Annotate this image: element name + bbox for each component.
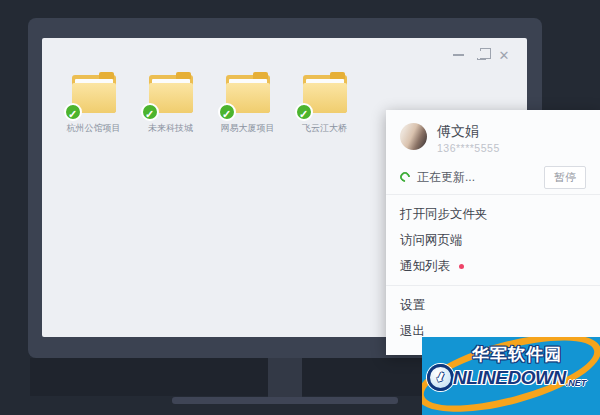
sync-check-icon: ✓ <box>218 103 236 121</box>
popup-menu-primary: 打开同步文件夹 访问网页端 通知列表 <box>386 195 600 285</box>
watermark-en-title: NLINEDOWN <box>453 367 566 389</box>
user-name: 傅文娟 <box>437 123 500 139</box>
menu-item-settings[interactable]: 设置 <box>386 292 600 318</box>
user-phone: 136****5555 <box>437 142 500 154</box>
folder-label: 未来科技城 <box>148 122 193 135</box>
sync-progress-icon <box>398 170 412 184</box>
profile-section: 傅文娟 136****5555 <box>386 110 600 160</box>
sync-check-icon: ✓ <box>141 103 159 121</box>
close-icon: ✕ <box>499 49 510 62</box>
folder-icon: ✓ <box>303 72 347 113</box>
minimize-button[interactable] <box>451 48 465 62</box>
folder-item[interactable]: ✓ 杭州公馆项目 <box>55 72 132 135</box>
sync-check-icon: ✓ <box>295 103 313 121</box>
folder-label: 飞云江大桥 <box>302 122 347 135</box>
minimize-icon <box>453 54 464 56</box>
watermark-chinese-title: 华军软件园 <box>472 343 562 366</box>
pause-button[interactable]: 暂停 <box>544 166 586 189</box>
user-popup-panel: 傅文娟 136****5555 正在更新... 暂停 打开同步文件夹 访问网页端… <box>386 110 600 355</box>
watermark-tld: .NET <box>566 378 587 388</box>
maximize-button[interactable] <box>474 48 488 62</box>
window-controls: ✕ <box>451 48 511 62</box>
menu-item-visit-web[interactable]: 访问网页端 <box>386 227 600 253</box>
sync-check-icon: ✓ <box>64 103 82 121</box>
menu-item-open-sync-folder[interactable]: 打开同步文件夹 <box>386 201 600 227</box>
notification-dot <box>459 264 464 269</box>
folder-label: 杭州公馆项目 <box>67 122 121 135</box>
folder-item[interactable]: ✓ 未来科技城 <box>132 72 209 135</box>
synced-folder-grid: ✓ 杭州公馆项目 ✓ 未来科技城 ✓ 网易大厦项目 <box>55 72 363 135</box>
folder-item[interactable]: ✓ 飞云江大桥 <box>286 72 363 135</box>
folder-item[interactable]: ✓ 网易大厦项目 <box>209 72 286 135</box>
monitor-stand-base <box>172 397 398 404</box>
maximize-icon <box>477 51 486 60</box>
watermark-onlinedown: 华军软件园 ⬇ NLINEDOWN .NET <box>422 337 600 415</box>
sync-status-text: 正在更新... <box>417 169 475 186</box>
folder-icon: ✓ <box>226 72 270 113</box>
folder-icon: ✓ <box>72 72 116 113</box>
monitor-stand-neck <box>268 358 302 399</box>
avatar[interactable] <box>400 123 427 150</box>
close-button[interactable]: ✕ <box>497 48 511 62</box>
menu-item-notification-list[interactable]: 通知列表 <box>386 253 600 279</box>
folder-icon: ✓ <box>149 72 193 113</box>
folder-label: 网易大厦项目 <box>221 122 275 135</box>
sync-status-row: 正在更新... 暂停 <box>386 160 600 194</box>
download-arrow-icon: ⬇ <box>427 364 454 391</box>
